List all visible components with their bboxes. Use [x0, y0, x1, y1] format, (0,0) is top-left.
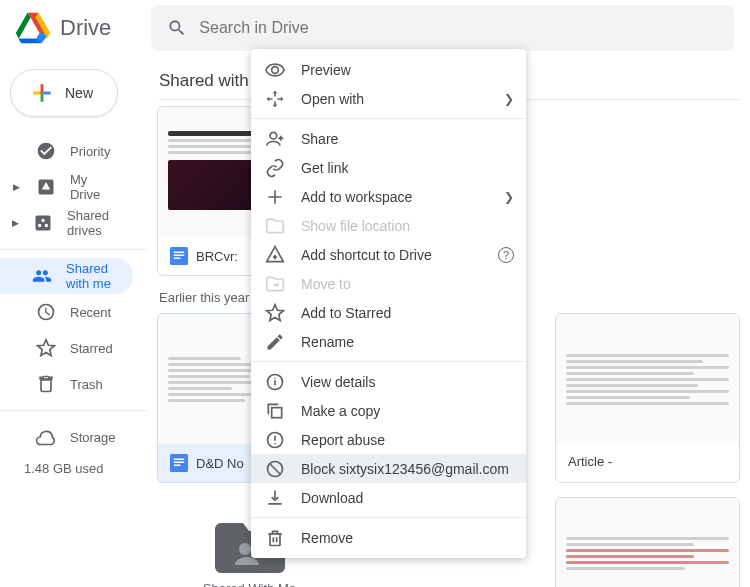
clock-icon [36, 302, 56, 322]
cloud-icon [36, 427, 56, 447]
move-icon [265, 274, 285, 294]
block-icon [265, 459, 285, 479]
plus-icon [29, 80, 55, 106]
new-button[interactable]: New [10, 69, 118, 117]
sidebar-label: Shared drives [67, 208, 121, 238]
star-icon [265, 303, 285, 323]
pencil-icon [265, 332, 285, 352]
sidebar-label: Priority [70, 144, 110, 159]
chevron-right-icon: ❯ [504, 92, 514, 106]
trash-icon [265, 528, 285, 548]
ctx-add-starred[interactable]: Add to Starred [251, 298, 526, 327]
chevron-right-icon: ❯ [504, 190, 514, 204]
star-icon [36, 338, 56, 358]
folder-icon [265, 216, 285, 236]
svg-point-8 [239, 543, 251, 555]
copy-icon [265, 401, 285, 421]
file-name: D&D No [196, 456, 244, 471]
docs-icon [170, 454, 188, 472]
shareddrives-icon [33, 213, 53, 233]
file-card[interactable]: Article - [555, 313, 740, 483]
download-icon [265, 488, 285, 508]
ctx-make-copy[interactable]: Make a copy [251, 396, 526, 425]
sidebar-item-priority[interactable]: Priority [0, 133, 133, 169]
sidebar-label: Trash [70, 377, 103, 392]
sidebar-item-sharedwithme[interactable]: Shared with me [0, 258, 133, 294]
ctx-block-user[interactable]: Block sixtysix123456@gmail.com [251, 454, 526, 483]
svg-rect-1 [174, 252, 185, 254]
eye-icon [265, 60, 285, 80]
svg-rect-5 [174, 459, 185, 461]
sidebar-item-storage[interactable]: Storage [0, 419, 133, 455]
storage-used-text: 1.48 GB used [0, 455, 147, 482]
sidebar-item-mydrive[interactable]: ▶My Drive [0, 169, 133, 205]
svg-rect-6 [174, 462, 185, 464]
sidebar-label: Starred [70, 341, 113, 356]
mydrive-icon [36, 177, 56, 197]
sidebar-item-trash[interactable]: Trash [0, 366, 133, 402]
ctx-view-details[interactable]: View details [251, 367, 526, 396]
priority-icon [36, 141, 56, 161]
ctx-rename[interactable]: Rename [251, 327, 526, 356]
plus-icon [265, 187, 285, 207]
svg-rect-7 [174, 465, 181, 467]
shortcut-icon [265, 245, 285, 265]
sidebar-item-starred[interactable]: Starred [0, 330, 133, 366]
svg-rect-3 [174, 258, 181, 260]
search-bar[interactable] [151, 5, 734, 51]
nav-list: Priority ▶My Drive ▶Shared drives [0, 133, 147, 241]
expand-icon[interactable]: ▶ [12, 182, 22, 192]
ctx-add-shortcut[interactable]: Add shortcut to Drive? [251, 240, 526, 269]
help-icon[interactable]: ? [498, 247, 514, 263]
sidebar: New Priority ▶My Drive ▶Shared drives Sh… [0, 55, 147, 587]
ctx-get-link[interactable]: Get link [251, 153, 526, 182]
svg-rect-12 [272, 407, 282, 417]
expand-icon[interactable]: ▶ [12, 218, 19, 228]
ctx-share[interactable]: Share [251, 124, 526, 153]
person-add-icon [265, 129, 285, 149]
drive-logo-icon [16, 11, 50, 45]
header: Drive [0, 0, 750, 55]
ctx-download[interactable]: Download [251, 483, 526, 512]
svg-point-10 [270, 132, 277, 139]
folder-caption: Shared With Me [203, 581, 296, 588]
docs-icon [170, 247, 188, 265]
sidebar-label: My Drive [70, 172, 121, 202]
ctx-remove[interactable]: Remove [251, 523, 526, 552]
ctx-add-workspace[interactable]: Add to workspace❯ [251, 182, 526, 211]
context-menu: Preview Open with❯ Share Get link Add to… [251, 49, 526, 558]
ctx-show-location: Show file location [251, 211, 526, 240]
ctx-report-abuse[interactable]: Report abuse [251, 425, 526, 454]
ctx-preview[interactable]: Preview [251, 55, 526, 84]
sidebar-label: Shared with me [66, 261, 121, 291]
link-icon [265, 158, 285, 178]
app-title: Drive [60, 15, 111, 41]
open-with-icon [265, 89, 285, 109]
search-icon [167, 18, 187, 38]
file-name: Article - [568, 454, 612, 469]
main-content: Shared with BRCvr: Earlier this year [147, 55, 750, 587]
sidebar-label: Storage [70, 430, 116, 445]
ctx-move-to: Move to [251, 269, 526, 298]
sidebar-item-recent[interactable]: Recent [0, 294, 133, 330]
file-thumbnail [556, 314, 739, 444]
search-input[interactable] [199, 19, 718, 37]
ctx-open-with[interactable]: Open with❯ [251, 84, 526, 113]
warning-icon [265, 430, 285, 450]
new-button-label: New [65, 85, 93, 101]
file-name: BRCvr: [196, 249, 238, 264]
file-thumbnail [556, 498, 739, 587]
sidebar-label: Recent [70, 305, 111, 320]
trash-icon [36, 374, 56, 394]
info-icon [265, 372, 285, 392]
people-icon [32, 266, 52, 286]
svg-rect-2 [174, 255, 185, 257]
sidebar-item-shareddrives[interactable]: ▶Shared drives [0, 205, 133, 241]
file-card[interactable] [555, 497, 740, 587]
